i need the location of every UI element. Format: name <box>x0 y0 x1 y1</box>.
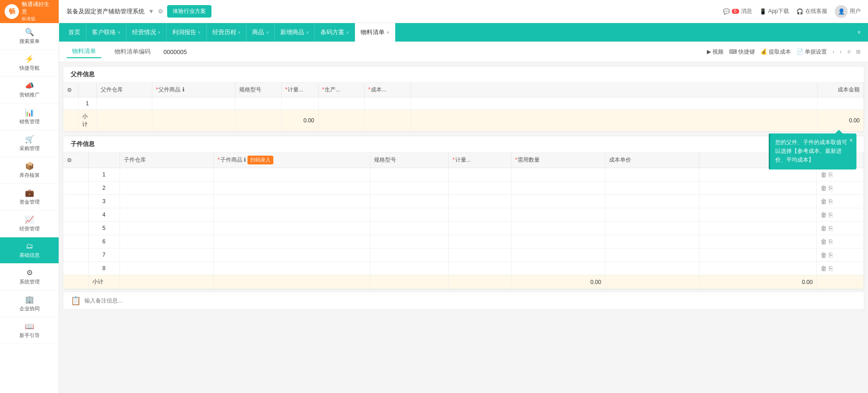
row-unit-cell[interactable] <box>281 97 318 110</box>
delete-icon[interactable]: 🗑 <box>820 265 827 272</box>
close-icon[interactable]: × <box>118 30 121 35</box>
child-product-cell[interactable] <box>214 222 370 235</box>
child-product-cell[interactable] <box>214 195 370 208</box>
delete-icon[interactable]: 🗑 <box>820 198 827 205</box>
child-unit-cell[interactable] <box>448 208 511 222</box>
copy-icon[interactable]: ⎘ <box>829 184 832 192</box>
child-quantity-cell[interactable] <box>511 181 605 195</box>
scan-input-button[interactable]: 扫码录入 <box>247 156 273 164</box>
sidebar-item-search[interactable]: 🔍 搜索菜单 <box>0 23 59 50</box>
delete-icon[interactable]: 🗑 <box>820 211 827 218</box>
child-quantity-cell[interactable] <box>511 222 605 235</box>
sidebar-item-marketing[interactable]: 📣 营销推广 <box>0 77 59 103</box>
tooltip-close-button[interactable]: × <box>850 136 853 145</box>
child-product-cell[interactable] <box>214 262 370 275</box>
child-unit-cell[interactable] <box>448 248 511 262</box>
child-spec-cell[interactable] <box>370 222 449 235</box>
sidebar-item-sales[interactable]: 📊 销售管理 <box>0 103 59 130</box>
child-unit-cost-cell[interactable] <box>605 235 699 248</box>
close-all-tabs[interactable]: × <box>854 29 864 36</box>
child-quantity-cell[interactable] <box>511 262 605 275</box>
row-spec-cell[interactable] <box>235 97 281 110</box>
copy-icon[interactable]: ⎘ <box>829 238 832 245</box>
tab-history[interactable]: 经营历程 × <box>207 23 247 42</box>
child-quantity-cell[interactable] <box>511 168 605 181</box>
child-spec-cell[interactable] <box>370 248 449 262</box>
th-child-settings[interactable]: ⚙ <box>63 152 88 168</box>
list-view-icon[interactable]: ≡ <box>847 48 850 55</box>
sidebar-item-inventory[interactable]: 📦 库存核算 <box>0 157 59 184</box>
sidebar-item-enterprise[interactable]: 🏢 企业协同 <box>0 290 59 317</box>
th-settings[interactable]: ⚙ <box>63 83 78 97</box>
copy-icon[interactable]: ⎘ <box>829 171 832 178</box>
note-input[interactable] <box>84 297 856 304</box>
copy-icon[interactable]: ⎘ <box>829 211 832 218</box>
child-unit-cost-cell[interactable] <box>605 262 699 275</box>
child-unit-cell[interactable] <box>448 262 511 275</box>
nav-next-icon[interactable]: › <box>840 48 842 55</box>
expand-icon[interactable]: ⊞ <box>856 48 861 55</box>
experience-button[interactable]: 体验行业方案 <box>167 5 211 18</box>
child-product-cell[interactable] <box>214 235 370 248</box>
child-quantity-cell[interactable] <box>511 248 605 262</box>
child-unit-cell[interactable] <box>448 195 511 208</box>
sidebar-item-purchase[interactable]: 🛒 采购管理 <box>0 130 59 157</box>
sidebar-item-guide[interactable]: 📖 新手引导 <box>0 317 59 344</box>
shortcut-action[interactable]: ⌨ 快捷键 <box>729 48 755 56</box>
tab-profit[interactable]: 利润报告 × <box>167 23 207 42</box>
row-warehouse-cell[interactable] <box>96 97 152 110</box>
close-icon[interactable]: × <box>346 30 349 35</box>
delete-icon[interactable]: 🗑 <box>820 224 827 232</box>
tab-barcode[interactable]: 条码方案 × <box>315 23 355 42</box>
nav-prev-icon[interactable]: ‹ <box>832 48 834 55</box>
close-icon[interactable]: × <box>306 30 309 35</box>
online-service-item[interactable]: 🎧 在线客服 <box>796 7 827 15</box>
tab-customer[interactable]: 客户联络 × <box>86 23 127 42</box>
tab-home[interactable]: 首页 <box>63 23 86 42</box>
child-warehouse-cell[interactable] <box>120 262 214 275</box>
child-unit-cell[interactable] <box>448 181 511 195</box>
settings-action[interactable]: 📄 单据设置 <box>796 48 827 56</box>
tab-product[interactable]: 商品 × <box>247 23 275 42</box>
copy-icon[interactable]: ⎘ <box>829 224 832 232</box>
delete-icon[interactable]: 🗑 <box>820 184 827 192</box>
close-icon[interactable]: × <box>386 30 389 35</box>
tab-new-product[interactable]: 新增商品 × <box>275 23 315 42</box>
sidebar-item-quick-nav[interactable]: ⚡ 快捷导航 <box>0 50 59 77</box>
delete-icon[interactable]: 🗑 <box>820 251 827 259</box>
close-icon[interactable]: × <box>158 30 161 35</box>
child-unit-cost-cell[interactable] <box>605 222 699 235</box>
close-icon[interactable]: × <box>266 30 269 35</box>
settings-icon[interactable]: ⚙ <box>158 8 163 15</box>
row-cost-cell[interactable] <box>364 97 410 110</box>
child-unit-cost-cell[interactable] <box>605 248 699 262</box>
sidebar-item-finance[interactable]: 💼 资金管理 <box>0 184 59 211</box>
child-spec-cell[interactable] <box>370 262 449 275</box>
child-spec-cell[interactable] <box>370 168 449 181</box>
message-item[interactable]: 💬 6 消息 <box>723 7 752 15</box>
app-download-item[interactable]: 📱 App下载 <box>760 7 789 15</box>
child-product-cell[interactable] <box>214 248 370 262</box>
video-action[interactable]: ▶ 视频 <box>707 48 723 56</box>
child-unit-cell[interactable] <box>448 222 511 235</box>
child-unit-cost-cell[interactable] <box>605 195 699 208</box>
child-unit-cell[interactable] <box>448 235 511 248</box>
child-product-cell[interactable] <box>214 168 370 181</box>
child-spec-cell[interactable] <box>370 181 449 195</box>
copy-icon[interactable]: ⎘ <box>829 265 832 272</box>
sidebar-item-operations[interactable]: 📈 经营管理 <box>0 211 59 237</box>
sidebar-item-basic-info[interactable]: 🗂 基础信息 <box>0 237 59 264</box>
close-icon[interactable]: × <box>238 30 241 35</box>
child-spec-cell[interactable] <box>370 235 449 248</box>
child-unit-cost-cell[interactable] <box>605 181 699 195</box>
sub-tab-bom-code[interactable]: 物料清单编码 <box>109 46 156 58</box>
close-icon[interactable]: × <box>198 30 201 35</box>
copy-icon[interactable]: ⎘ <box>829 198 832 205</box>
child-product-cell[interactable] <box>214 208 370 222</box>
child-spec-cell[interactable] <box>370 195 449 208</box>
child-quantity-cell[interactable] <box>511 195 605 208</box>
copy-icon[interactable]: ⎘ <box>829 251 832 259</box>
child-quantity-cell[interactable] <box>511 235 605 248</box>
cost-action[interactable]: 💰 提取成本 <box>760 48 791 56</box>
child-product-cell[interactable] <box>214 181 370 195</box>
